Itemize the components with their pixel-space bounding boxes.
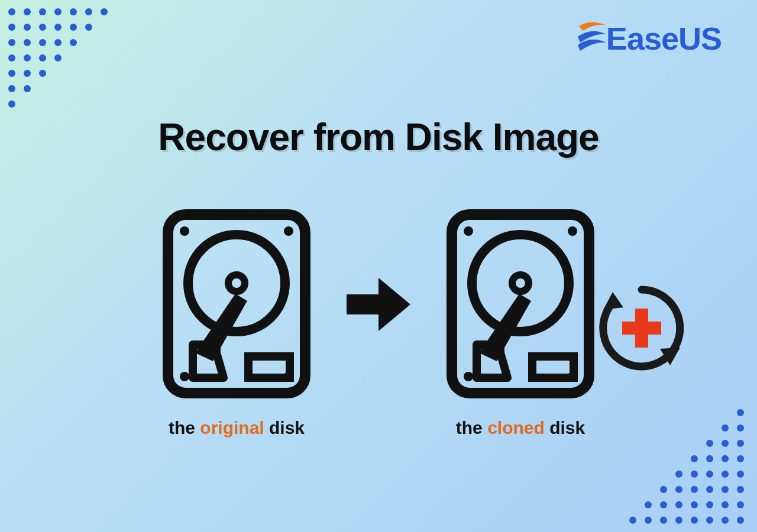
svg-point-53 [706, 501, 713, 508]
svg-point-17 [70, 39, 77, 46]
svg-point-70 [228, 275, 245, 291]
svg-point-5 [85, 8, 92, 15]
svg-point-10 [54, 24, 62, 31]
svg-point-39 [691, 471, 698, 478]
svg-point-27 [8, 100, 15, 108]
svg-point-56 [629, 517, 636, 524]
svg-point-41 [722, 471, 729, 478]
svg-point-14 [24, 39, 31, 46]
page-title: Recover from Disk Image [158, 115, 599, 159]
svg-point-63 [737, 517, 744, 524]
svg-point-35 [706, 455, 713, 462]
svg-point-4 [70, 8, 77, 15]
svg-point-11 [70, 24, 77, 31]
svg-point-16 [54, 39, 62, 46]
svg-point-47 [722, 486, 729, 493]
svg-point-75 [464, 372, 473, 381]
cloned-disk-caption: the cloned disk [456, 418, 585, 438]
svg-point-59 [675, 517, 682, 524]
svg-point-40 [706, 471, 713, 478]
svg-point-73 [464, 226, 473, 236]
svg-point-26 [24, 85, 31, 92]
svg-point-12 [85, 24, 92, 31]
restore-icon [591, 278, 692, 378]
svg-point-57 [645, 517, 652, 524]
easeus-logo: EaseUS [574, 18, 722, 59]
svg-point-21 [54, 54, 62, 61]
svg-point-66 [284, 226, 293, 236]
svg-point-0 [8, 8, 15, 15]
svg-point-54 [722, 501, 729, 508]
svg-point-48 [737, 486, 744, 493]
hdd-icon-original [160, 206, 313, 401]
svg-point-9 [39, 24, 46, 31]
svg-point-1 [24, 8, 31, 15]
cloned-disk-column: the cloned disk [444, 206, 597, 438]
logo-swoosh-icon [574, 18, 609, 59]
svg-point-7 [8, 24, 15, 31]
original-disk-caption: the original disk [169, 418, 305, 438]
svg-point-55 [737, 501, 744, 508]
svg-point-24 [39, 70, 46, 77]
svg-point-50 [660, 501, 667, 508]
logo-text: EaseUS [606, 20, 722, 57]
svg-point-62 [722, 517, 729, 524]
svg-point-78 [512, 275, 529, 291]
svg-point-44 [675, 486, 682, 493]
svg-point-51 [675, 501, 682, 508]
svg-point-46 [706, 486, 713, 493]
svg-point-38 [675, 471, 682, 478]
svg-point-18 [8, 54, 15, 61]
svg-point-15 [39, 39, 46, 46]
hdd-icon-cloned [444, 206, 597, 401]
svg-point-34 [691, 455, 698, 462]
svg-point-23 [24, 70, 31, 77]
svg-point-61 [706, 517, 713, 524]
svg-rect-81 [622, 322, 661, 335]
svg-point-20 [39, 54, 46, 61]
svg-point-8 [24, 24, 31, 31]
svg-point-58 [660, 517, 667, 524]
svg-point-37 [737, 455, 744, 462]
original-disk-column: the original disk [160, 206, 313, 438]
svg-point-13 [8, 39, 15, 46]
svg-point-49 [645, 501, 652, 508]
arrow-right-icon [343, 272, 414, 337]
svg-point-19 [24, 54, 31, 61]
svg-point-42 [737, 471, 744, 478]
svg-point-6 [101, 8, 108, 15]
svg-point-74 [568, 226, 577, 236]
svg-point-3 [54, 8, 62, 15]
decorative-dots-top-left [6, 6, 118, 121]
svg-point-65 [180, 226, 189, 236]
svg-point-36 [722, 455, 729, 462]
svg-point-43 [660, 486, 667, 493]
svg-point-67 [180, 372, 189, 381]
svg-rect-79 [532, 356, 574, 378]
svg-point-45 [691, 486, 698, 493]
svg-point-52 [691, 501, 698, 508]
svg-point-22 [8, 70, 15, 77]
svg-point-60 [691, 517, 698, 524]
svg-point-2 [39, 8, 46, 15]
svg-point-25 [8, 85, 15, 92]
svg-rect-71 [248, 356, 290, 378]
